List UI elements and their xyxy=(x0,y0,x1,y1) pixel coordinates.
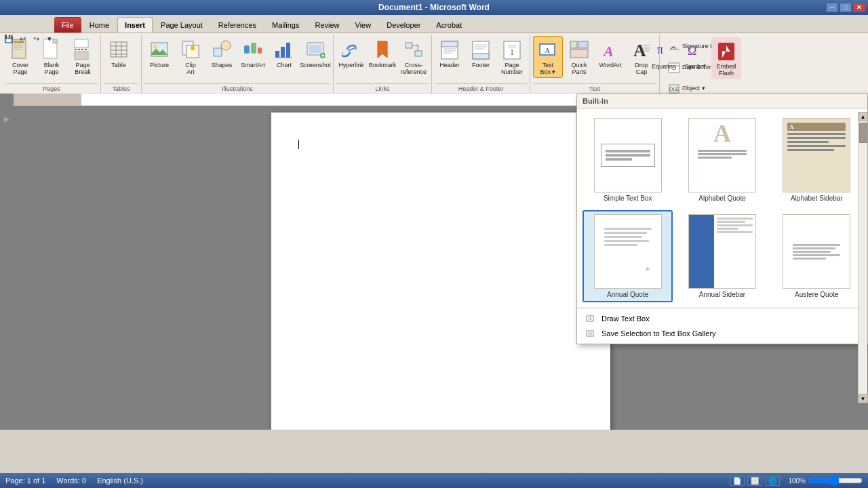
dropdown-scrollbar[interactable]: ▲ ▼ xyxy=(858,112,867,403)
screenshot-icon xyxy=(304,39,326,60)
ribbon-group-header-footer: Header Footer 1 PageNumber Header & Foot… xyxy=(432,35,530,94)
web-layout-button[interactable]: 🌐 xyxy=(765,476,780,486)
save-qat-button[interactable]: 💾 xyxy=(3,33,15,45)
table-icon xyxy=(108,39,130,60)
svg-text:A: A xyxy=(602,43,614,60)
chart-button[interactable]: Chart xyxy=(269,36,299,77)
shapes-button[interactable]: Shapes xyxy=(207,36,237,77)
quick-parts-label: QuickParts xyxy=(571,62,587,75)
zoom-level: 100% xyxy=(788,477,806,485)
svg-rect-30 xyxy=(309,45,321,53)
annual-quote-label: Annual Quote xyxy=(607,291,648,298)
svg-rect-36 xyxy=(406,43,412,48)
gallery-item-annual-quote[interactable]: ✦ Annual Quote xyxy=(583,210,673,302)
dropdown-header-label: Built-In xyxy=(583,97,608,105)
alphabet-sidebar-thumb: A xyxy=(783,118,850,192)
scroll-down-arrow[interactable]: ▼ xyxy=(859,394,868,403)
wordart-button[interactable]: A WordArt xyxy=(595,36,625,77)
svg-rect-8 xyxy=(75,52,88,60)
ribbon-tab-bar: File Home Insert Page Layout References … xyxy=(0,15,868,33)
svg-rect-20 xyxy=(214,48,222,56)
picture-button[interactable]: Picture xyxy=(144,36,174,77)
gallery-item-alphabet-sidebar[interactable]: A Alphabet Sidebar xyxy=(772,114,862,206)
maximize-button[interactable]: □ xyxy=(840,3,852,12)
scroll-up-arrow[interactable]: ▲ xyxy=(859,112,868,121)
tab-page-layout[interactable]: Page Layout xyxy=(153,17,210,33)
equation-button[interactable]: π Equation xyxy=(649,37,679,79)
window-controls[interactable]: ─ □ ✕ xyxy=(826,3,865,12)
draw-text-box-icon: A xyxy=(585,313,596,324)
smartart-button[interactable]: SmartArt xyxy=(238,36,268,77)
cover-page-label: CoverPage xyxy=(12,62,28,75)
annual-quote-thumb: ✦ xyxy=(594,214,662,289)
embed-flash-label: EmbedFlash xyxy=(717,63,736,77)
print-layout-button[interactable]: 📄 xyxy=(730,476,745,486)
hyperlink-label: Hyperlink xyxy=(338,62,364,68)
qat-dropdown-button[interactable]: ▾ xyxy=(43,33,56,45)
clip-art-label: ClipArt xyxy=(185,62,196,75)
minimize-button[interactable]: ─ xyxy=(826,3,838,12)
header-button[interactable]: Header xyxy=(435,36,465,77)
page-number-button[interactable]: 1 PageNumber xyxy=(497,36,527,78)
smartart-label: SmartArt xyxy=(241,62,265,68)
symbol-button[interactable]: Ω Symbol xyxy=(680,37,710,79)
title-text: Document1 - Microsoft Word xyxy=(378,3,490,12)
bookmark-button[interactable]: Bookmark xyxy=(368,36,397,77)
tab-references[interactable]: References xyxy=(211,17,264,33)
tab-view[interactable]: View xyxy=(348,17,379,33)
links-group-label: Links xyxy=(336,83,429,92)
svg-rect-6 xyxy=(75,39,88,47)
tab-home[interactable]: Home xyxy=(82,17,117,33)
gallery-item-austere-quote[interactable]: Austere Quote xyxy=(772,210,862,302)
smartart-icon xyxy=(242,39,264,60)
hyperlink-icon xyxy=(340,39,362,60)
status-bar: Page: 1 of 1 Words: 0 English (U.S.) 📄 ⬜… xyxy=(0,473,868,488)
close-button[interactable]: ✕ xyxy=(853,3,865,12)
svg-point-19 xyxy=(191,46,195,50)
cross-reference-button[interactable]: Cross-reference xyxy=(399,36,429,78)
redo-qat-button[interactable]: ↪ xyxy=(30,33,42,45)
document-page[interactable] xyxy=(271,113,610,430)
alphabet-sidebar-label: Alphabet Sidebar xyxy=(791,195,843,202)
svg-marker-35 xyxy=(378,41,387,58)
full-screen-button[interactable]: ⬜ xyxy=(747,476,762,486)
zoom-slider[interactable] xyxy=(808,476,863,485)
ribbon-group-illustrations: Picture ClipArt Shapes SmartArt xyxy=(142,35,334,94)
embed-flash-button[interactable]: EmbedFlash xyxy=(711,37,741,79)
scroll-thumb[interactable] xyxy=(859,123,867,143)
tab-developer[interactable]: Developer xyxy=(379,17,428,33)
screenshot-button[interactable]: Screenshot xyxy=(300,36,330,77)
clip-art-button[interactable]: ClipArt xyxy=(176,36,205,78)
gallery-item-alphabet-quote[interactable]: A Alphabet Quote xyxy=(677,114,767,206)
header-icon xyxy=(439,39,460,60)
header-footer-buttons: Header Footer 1 PageNumber xyxy=(435,36,527,82)
shapes-icon xyxy=(211,39,233,60)
tab-mailings[interactable]: Mailings xyxy=(264,17,307,33)
embed-flash-icon xyxy=(715,40,737,62)
austere-quote-label: Austere Quote xyxy=(795,291,838,298)
svg-rect-24 xyxy=(258,47,262,54)
tab-file[interactable]: File xyxy=(54,17,81,33)
tab-acrobat[interactable]: Acrobat xyxy=(429,17,469,33)
footer-button[interactable]: Footer xyxy=(466,36,496,77)
page-break-button[interactable]: PageBreak xyxy=(68,36,98,78)
table-button[interactable]: Table xyxy=(104,36,134,77)
gallery-item-simple-text-box[interactable]: Simple Text Box xyxy=(583,114,673,206)
ribbon-group-text: A TextBox ▾ QuickParts A WordArt A xyxy=(530,35,660,94)
footer-label: Footer xyxy=(472,62,490,68)
save-selection-label: Save Selection to Text Box Gallery xyxy=(601,329,716,338)
quick-parts-button[interactable]: QuickParts xyxy=(564,36,594,78)
text-box-button[interactable]: A TextBox ▾ xyxy=(533,36,563,78)
bookmark-label: Bookmark xyxy=(369,62,397,68)
svg-rect-26 xyxy=(281,47,285,58)
svg-text:A: A xyxy=(588,316,591,321)
wordart-icon: A xyxy=(599,39,621,60)
save-selection-item[interactable]: Save Selection to Text Box Gallery xyxy=(577,326,867,341)
alphabet-quote-thumb: A xyxy=(688,118,756,192)
tab-insert[interactable]: Insert xyxy=(117,17,153,33)
draw-text-box-item[interactable]: A Draw Text Box xyxy=(577,311,867,326)
undo-qat-button[interactable]: ↩ xyxy=(16,33,28,45)
tab-review[interactable]: Review xyxy=(307,17,347,33)
gallery-item-annual-sidebar[interactable]: Annual Sidebar xyxy=(677,210,767,302)
hyperlink-button[interactable]: Hyperlink xyxy=(336,36,366,77)
